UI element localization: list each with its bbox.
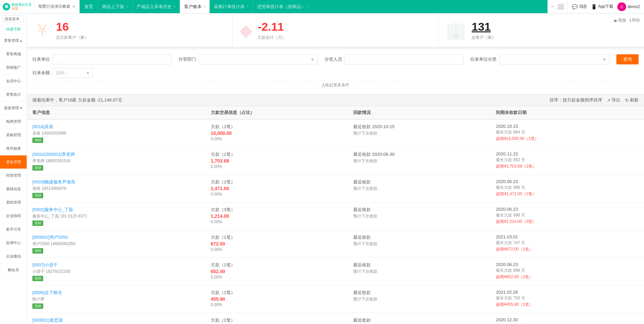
export-button[interactable]: ↗ 导出 (607, 97, 620, 103)
app-download-button[interactable]: 📱 App下载 (591, 4, 613, 9)
overdue-amount[interactable]: 超期¥652.00（1笔） (496, 274, 639, 280)
filter-group-category: 往来单位分类 ▼ (470, 54, 610, 64)
dept-select[interactable]: ▼ (199, 54, 318, 64)
help-action[interactable]: ℹ 帮助 (629, 18, 640, 23)
quick-nav[interactable]: 快捷导航 (0, 25, 27, 34)
tab-customer-account[interactable]: 客户账本 × (180, 0, 210, 13)
sidebar-item-member[interactable]: 会员中心 (0, 75, 27, 88)
sidebar-item-beginner[interactable]: 新手引导 (0, 223, 27, 236)
table-row: [0007]小进干 小进干 18279152100 现销 欠款（1笔） 652.… (27, 258, 644, 286)
debt-info-cell: 欠款（1笔） 10,000.00 0.00% (211, 124, 354, 141)
filter-row-1: 往来单位 ... 分管部门 ▼ 分管人员 ... (32, 54, 639, 64)
refresh-button[interactable]: ↻ 刷新 (625, 97, 639, 103)
sidebar-item-retail-mall[interactable]: 零售商城 (0, 48, 27, 61)
tab-close-4[interactable]: × (247, 5, 249, 8)
sidebar-item-system[interactable]: 系统管理 (0, 196, 27, 209)
sidebar-item-app-center[interactable]: 应用中心 (0, 236, 27, 250)
filter-group-person: 分管人员 ... (325, 54, 464, 64)
tab-purchase-order[interactable]: 采购订单统计表 × (209, 0, 253, 13)
next-payment: 预计下次收款 (353, 213, 496, 219)
sidebar-item-wechat[interactable]: 企业微信 (0, 250, 27, 263)
sidebar-item-wholesale[interactable]: 批发管理▼ (0, 101, 27, 115)
debt-count: 欠款（1笔） (211, 151, 354, 157)
debt-amount: 652.00 (211, 269, 354, 274)
customer-name-link[interactable]: [000001]黄思源 (32, 317, 211, 323)
customer-phone: 陈小希 (32, 296, 211, 302)
balance-select[interactable]: 选择... ▼ (53, 68, 93, 78)
customer-name-link[interactable]: [0007]小进干 (32, 262, 211, 268)
overdue-amount[interactable]: 超期¥10,000.00（1笔） (496, 136, 639, 142)
overdue-amount[interactable]: 超期¥455.90（1笔） (496, 302, 639, 307)
tab-products[interactable]: 商品上下架 × (98, 0, 132, 13)
collapse-button[interactable]: ⋀ 收起更多条件 (32, 81, 639, 89)
due-date: 2020.06.23 (496, 179, 639, 184)
debt-count: 欠款（1笔） (211, 124, 354, 130)
message-button[interactable]: 💬 消息 (572, 4, 587, 9)
next-payment: 预计下次收款 (353, 241, 496, 247)
overdue-amount[interactable]: 超期¥1,214.00（3笔） (496, 219, 639, 225)
video-action[interactable]: ▶ 视频 (614, 18, 626, 23)
tab-close-3[interactable]: × (204, 5, 206, 8)
logo-icon: 畅 (3, 3, 10, 10)
sidebar-item-enterprise[interactable]: 企业协同 (0, 209, 27, 223)
filter-row-2: 往来余额 选择... ▼ (32, 68, 639, 78)
debt-count: 欠款（1笔） (211, 234, 354, 240)
debt-amount: 672.00 (211, 241, 354, 246)
customer-info-cell: [00010200001]李老师 李老师 18600391516 现销 (32, 151, 211, 171)
dept-label: 分管部门 (178, 56, 196, 62)
sidebar-item-finance[interactable]: 资金管理 (0, 155, 27, 169)
tab-inbound-stats[interactable]: 进货单统计表（按商品） × (253, 0, 313, 13)
industry-selector[interactable]: 母婴行业演示账套 ▼ (35, 0, 80, 13)
sidebar-item-inventory[interactable]: 库存核算 (0, 142, 27, 155)
sidebar-item-retail-mgmt[interactable]: 零售管理▲ (0, 34, 27, 48)
col-header-due: 到期未收款日期 (496, 110, 639, 116)
sidebar-item-vip[interactable]: 畅会员 (0, 263, 27, 277)
debt-count: 欠款（1笔） (211, 317, 354, 323)
debt-info-cell: 欠款（1笔） 1,703.68 0.00% (211, 151, 354, 169)
col-header-recovery: 回款情况 (353, 110, 496, 116)
sidebar-item-marketing[interactable]: 营销推广 (0, 61, 27, 75)
customer-name-link[interactable]: [0006]去下粮仓 (32, 290, 211, 296)
balance-label: 往来余额 (32, 70, 50, 76)
customer-tag: 现销 (32, 276, 43, 281)
tab-close-2[interactable]: × (174, 5, 176, 8)
customer-name-link[interactable]: [00010200001]李老师 (32, 151, 211, 157)
tab-close-1[interactable]: × (126, 5, 128, 8)
tab-close-5[interactable]: × (307, 5, 309, 8)
maximize-button[interactable]: ⬜ (557, 3, 564, 10)
sidebar-item-ecommerce[interactable]: 电商管理 (0, 115, 27, 128)
minimize-button[interactable]: − (551, 4, 554, 10)
tab-home[interactable]: 首页 (80, 0, 98, 13)
search-button[interactable]: 查询 (616, 54, 639, 64)
user-profile[interactable]: D demo2 (617, 2, 640, 11)
unit-input[interactable]: ... (53, 54, 172, 64)
sidebar-item-basic-info[interactable]: 基础信息 (0, 182, 27, 196)
customer-name-link[interactable]: [0002]服务中心_丁磊 (32, 207, 211, 213)
next-payment: 预计下次收款 (353, 130, 496, 136)
customer-name-link[interactable]: [000002]用户2050 (32, 234, 211, 240)
category-select[interactable]: ▼ (499, 54, 610, 64)
customer-name-link[interactable]: [0016]吴俊 (32, 124, 211, 130)
overdue-amount[interactable]: 超期¥1,471.00（1笔） (496, 191, 639, 197)
sidebar-item-operation[interactable]: 经营管理 (0, 169, 27, 182)
overdue-amount[interactable]: 超期¥672.00（1笔） (496, 246, 639, 252)
sidebar-item-purchase[interactable]: 采购管理 (0, 128, 27, 142)
debt-info-cell: 欠款（3笔） 1,214.00 0.00% (211, 207, 354, 224)
debt-info-cell: 欠款（1笔） 429.00 0.00% (211, 317, 354, 324)
overdue-days: 最长欠款 884 天 (496, 129, 639, 135)
sort-label[interactable]: 排序：按欠款金额倒序排序 (550, 97, 602, 103)
debt-ratio: 0.00% (211, 302, 354, 307)
person-input[interactable]: ... (345, 54, 464, 64)
sidebar-item-retail-stats[interactable]: 零售统计 (0, 88, 27, 101)
due-info-cell: 2020.12.30 最长欠款 808 天 超期¥429.00（1笔） (496, 317, 639, 324)
main-content: ￥ 16 总欠款客户（家） ◆ -2.11 欠款合计（万） 🏢 131 (27, 13, 644, 324)
stat-value-total-customers: 131 (472, 20, 496, 33)
stat-value-debt-amount: -2.11 (258, 20, 286, 33)
filter-group-balance: 往来余额 选择... ▼ (32, 68, 93, 78)
tab-production[interactable]: 产成品入库单历史 × (132, 0, 180, 13)
overdue-amount[interactable]: 超期¥1,703.68（1笔） (496, 164, 639, 169)
search-input[interactable] (3, 16, 24, 22)
table-row: [000002]用户2050 用户2050 18665062050 现销 欠款（… (27, 230, 644, 258)
customer-name-link[interactable]: [0003]畅捷服务尹海燕 (32, 179, 211, 185)
recovery-info-cell: 最近收款 预计下次收款 (353, 290, 496, 302)
